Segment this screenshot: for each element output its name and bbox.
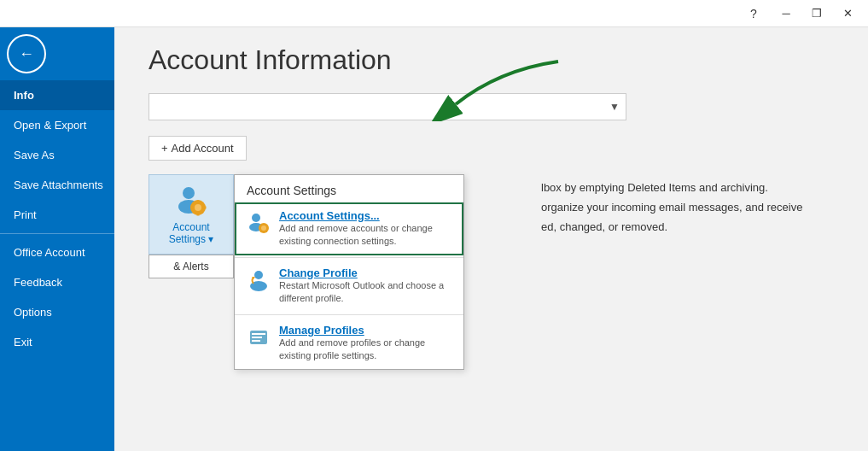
account-settings-icon bbox=[174, 184, 208, 218]
info-line-3: organize your incoming email messages, a… bbox=[541, 201, 868, 214]
svg-point-8 bbox=[252, 214, 260, 222]
manage-profiles-menu-icon bbox=[245, 324, 272, 351]
back-button[interactable]: ← bbox=[7, 34, 46, 73]
info-text-area: lbox by emptying Deleted Items and archi… bbox=[541, 181, 868, 240]
manage-profiles-menu-text: Manage Profiles Add and remove profiles … bbox=[279, 324, 453, 363]
account-settings-button[interactable]: AccountSettings ▾ bbox=[149, 174, 234, 255]
change-profile-menu-icon bbox=[245, 266, 272, 294]
title-bar: ? ─ ❐ ✕ bbox=[0, 0, 868, 27]
svg-rect-7 bbox=[204, 207, 207, 209]
sidebar-item-feedback[interactable]: Feedback bbox=[0, 267, 114, 297]
sidebar-item-info[interactable]: Info bbox=[0, 80, 114, 110]
add-account-button[interactable]: + Add Account bbox=[149, 136, 247, 161]
restore-button[interactable]: ❐ bbox=[803, 2, 830, 26]
change-profile-menu-title: Change Profile bbox=[279, 266, 453, 279]
sidebar-divider bbox=[0, 233, 114, 234]
sidebar-item-save-as[interactable]: Save As bbox=[0, 140, 114, 170]
svg-rect-17 bbox=[252, 337, 262, 338]
sidebar-item-print[interactable]: Print bbox=[0, 200, 114, 230]
account-settings-menu-desc: Add and remove accounts or change existi… bbox=[279, 222, 453, 249]
sidebar-item-office-account[interactable]: Office Account bbox=[0, 237, 114, 267]
window-controls: ? ─ ❐ ✕ bbox=[742, 2, 861, 26]
sidebar-nav: Info Open & Export Save As Save Attachme… bbox=[0, 80, 114, 451]
svg-rect-4 bbox=[197, 201, 200, 203]
app-body: ← Info Open & Export Save As Save Attach… bbox=[0, 27, 868, 451]
account-settings-menu-title: Account Settings... bbox=[279, 209, 453, 222]
account-dropdown-wrapper: ▼ bbox=[149, 93, 626, 120]
account-settings-menu-icon bbox=[245, 209, 272, 237]
manage-profiles-menu-desc: Add and remove profiles or change existi… bbox=[279, 337, 453, 363]
alerts-bar-label: & Alerts bbox=[173, 261, 208, 272]
change-profile-menu-desc: Restart Microsoft Outlook and choose a d… bbox=[279, 279, 453, 306]
main-content: Account Information ▼ + Add Account bbox=[114, 27, 868, 451]
sidebar-item-exit[interactable]: Exit bbox=[0, 327, 114, 357]
menu-divider-2 bbox=[235, 314, 463, 315]
sidebar-item-open-export[interactable]: Open & Export bbox=[0, 110, 114, 140]
help-button[interactable]: ? bbox=[742, 2, 766, 26]
svg-rect-18 bbox=[252, 340, 260, 342]
sidebar-item-save-attachments[interactable]: Save Attachments bbox=[0, 170, 114, 200]
svg-point-3 bbox=[195, 204, 201, 211]
settings-dropdown-title: Account Settings bbox=[235, 175, 463, 202]
account-settings-menu-text: Account Settings... Add and remove accou… bbox=[279, 209, 453, 249]
add-account-plus-icon: + bbox=[161, 142, 168, 155]
settings-dropdown-menu: Account Settings Account Settings... A bbox=[234, 174, 464, 370]
svg-point-0 bbox=[183, 187, 195, 199]
alerts-bar[interactable]: & Alerts bbox=[149, 255, 234, 278]
svg-point-11 bbox=[261, 226, 266, 231]
sidebar-item-options[interactable]: Options bbox=[0, 297, 114, 327]
sidebar: ← Info Open & Export Save As Save Attach… bbox=[0, 27, 114, 451]
svg-point-12 bbox=[254, 271, 263, 279]
menu-divider-1 bbox=[235, 257, 463, 258]
menu-item-account-settings[interactable]: Account Settings... Add and remove accou… bbox=[235, 202, 463, 255]
page-title: Account Information bbox=[149, 44, 834, 76]
menu-item-change-profile[interactable]: Change Profile Restart Microsoft Outlook… bbox=[235, 260, 463, 313]
info-line-1: lbox by emptying Deleted Items and archi… bbox=[541, 181, 868, 194]
svg-rect-5 bbox=[197, 214, 200, 216]
change-profile-menu-text: Change Profile Restart Microsoft Outlook… bbox=[279, 266, 453, 306]
close-button[interactable]: ✕ bbox=[834, 2, 861, 26]
svg-rect-16 bbox=[252, 333, 265, 335]
svg-rect-6 bbox=[191, 207, 194, 209]
account-settings-btn-text: AccountSettings ▾ bbox=[169, 221, 214, 245]
account-dropdown[interactable] bbox=[149, 93, 626, 120]
minimize-button[interactable]: ─ bbox=[772, 2, 800, 26]
add-account-label: Add Account bbox=[172, 142, 234, 155]
manage-profiles-menu-title: Manage Profiles bbox=[279, 324, 453, 337]
menu-item-manage-profiles[interactable]: Manage Profiles Add and remove profiles … bbox=[235, 317, 463, 370]
info-line-4: ed, changed, or removed. bbox=[541, 220, 868, 233]
